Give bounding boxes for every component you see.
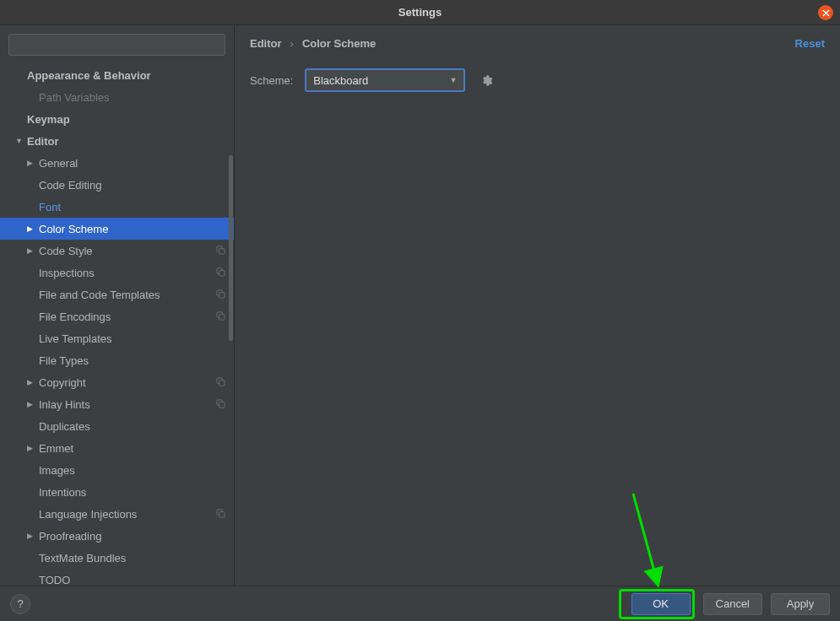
tree-item[interactable]: Appearance & Behavior [0,64,234,86]
tree-item[interactable]: ▶General [0,152,234,174]
tree-item[interactable]: ▶Proofreading [0,525,234,547]
project-badge-icon [216,267,225,278]
svg-rect-7 [219,292,225,297]
tree-item[interactable]: ▶Inlay Hints [0,393,234,415]
tree-item[interactable]: Intentions [0,481,234,503]
tree-item-label: Inspections [39,267,95,279]
tree-item-label: TODO [39,574,70,586]
tree-item[interactable]: Live Templates [0,327,234,349]
project-badge-icon [216,311,225,322]
tree-item[interactable]: File and Code Templates [0,284,234,305]
chevron-right-icon: ▶ [27,224,35,233]
project-badge-icon [216,399,225,410]
chevron-right-icon [15,115,24,123]
main-panel: Editor › Color Scheme Reset Scheme: Blac… [235,25,840,586]
svg-rect-9 [219,314,225,319]
titlebar: Settings [0,0,840,25]
window-title: Settings [398,6,442,19]
tree-item-label: Intentions [39,486,86,499]
chevron-right-icon [27,510,35,518]
tree-item-label: Inlay Hints [39,398,90,411]
tree-item-label: File Encodings [39,310,111,323]
breadcrumb-leaf: Color Scheme [302,37,376,50]
breadcrumb-root[interactable]: Editor [250,37,282,50]
tree-item[interactable]: Duplicates [0,415,234,437]
tree-item-label: Emmet [39,442,73,455]
tree-item[interactable]: Path Variables [0,86,234,108]
tree-item[interactable]: Images [0,459,234,481]
tree-item[interactable]: TODO [0,569,234,586]
project-badge-icon [216,289,225,300]
tree-item-label: Proofreading [39,530,101,543]
tree-item[interactable]: TextMate Bundles [0,547,234,569]
chevron-right-icon [27,488,35,496]
ok-button[interactable]: OK [631,593,691,615]
tree-item[interactable]: ▶Copyright [0,371,234,393]
tree-item[interactable]: Language Injections [0,503,234,525]
svg-rect-11 [219,380,225,385]
chevron-right-icon: ▶ [27,159,35,167]
tree-item-label: Font [39,201,61,213]
chevron-right-icon [27,356,35,364]
tree-scrollbar[interactable] [229,155,233,341]
chevron-right-icon: ▶ [27,444,35,452]
settings-tree[interactable]: Appearance & Behavior Path Variables Key… [0,62,234,586]
footer: ? OK Cancel Apply [0,586,840,621]
tree-item-label: TextMate Bundles [39,552,126,564]
search-input[interactable] [8,34,225,56]
tree-item[interactable]: Keymap [0,108,234,130]
ok-annotation-highlight: OK [619,589,695,619]
tree-item[interactable]: File Types [0,349,234,371]
chevron-right-icon [15,71,24,79]
chevron-right-icon [27,575,35,584]
tree-item[interactable]: ▶Color Scheme [0,218,234,240]
tree-item-label: Code Style [39,245,93,257]
tree-item-label: File Types [39,354,89,367]
project-badge-icon [216,509,225,520]
tree-item[interactable]: Font [0,196,234,218]
reset-link[interactable]: Reset [795,37,825,50]
tree-item[interactable]: ▶Code Style [0,240,234,262]
scheme-select[interactable]: Blackboard ▼ [305,68,465,92]
chevron-right-icon [27,268,35,277]
chevron-right-icon: ▶ [27,400,35,408]
chevron-right-icon: ▶ [27,532,35,540]
tree-item[interactable]: File Encodings [0,305,234,327]
tree-item[interactable]: ▶Emmet [0,437,234,459]
tree-item[interactable]: ▼Editor [0,130,234,152]
project-badge-icon [216,377,225,388]
tree-item-label: Copyright [39,376,86,389]
tree-item[interactable]: Code Editing [0,174,234,196]
gear-icon [480,74,493,87]
help-icon: ? [17,597,23,610]
tree-item-label: General [39,157,78,170]
chevron-down-icon: ▼ [15,137,24,145]
tree-item-label: Images [39,464,75,477]
tree-item-label: Code Editing [39,179,101,192]
sidebar: Appearance & Behavior Path Variables Key… [0,25,235,586]
tree-item[interactable]: Inspections [0,262,234,284]
scheme-gear-button[interactable] [477,71,496,89]
apply-button[interactable]: Apply [771,593,830,615]
tree-item-label: Live Templates [39,332,111,345]
close-icon [822,9,830,17]
tree-item-label: Duplicates [39,420,90,433]
tree-item-label: Keymap [27,113,70,126]
chevron-right-icon [27,554,35,562]
help-button[interactable]: ? [10,594,30,614]
svg-rect-5 [219,270,225,275]
tree-item-label: Path Variables [39,91,110,104]
svg-rect-13 [219,402,225,407]
chevron-right-icon [27,334,35,343]
chevron-right-icon [27,422,35,430]
svg-rect-3 [219,248,225,253]
chevron-right-icon [27,466,35,474]
scheme-value: Blackboard [313,74,368,87]
close-button[interactable] [818,5,833,20]
project-badge-icon [216,246,225,256]
cancel-button[interactable]: Cancel [703,593,762,615]
chevron-right-icon [27,181,35,189]
tree-item-label: Language Injections [39,508,137,521]
chevron-right-icon [27,290,35,299]
svg-rect-15 [219,511,225,516]
